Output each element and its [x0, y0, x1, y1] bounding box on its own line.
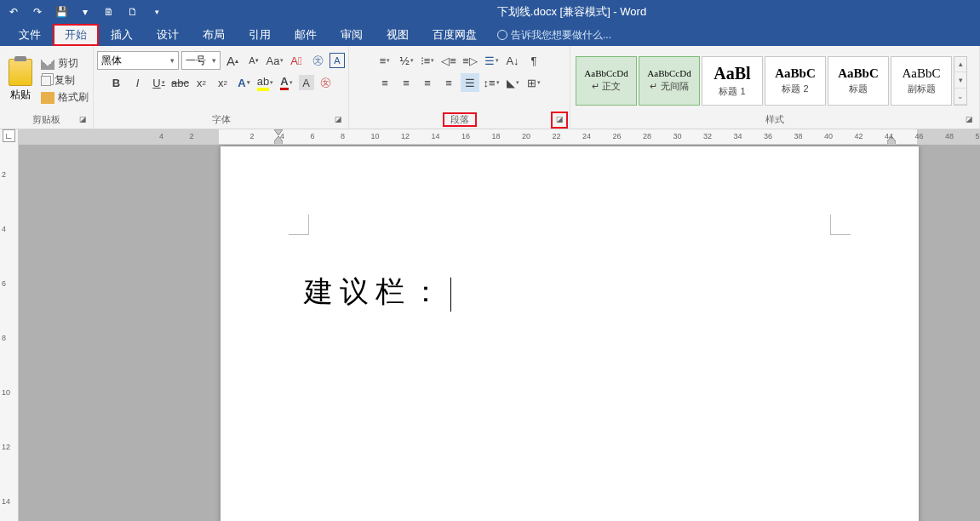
title-bar: ↶ ↷ 💾 ▾ 🗎 🗋 ▾ 下划线.docx [兼容模式] - Word	[0, 0, 980, 24]
tab-mail[interactable]: 邮件	[283, 24, 329, 46]
strike-button[interactable]: abc	[171, 73, 190, 92]
distribute-button[interactable]: ☰	[461, 73, 479, 92]
tab-layout[interactable]: 布局	[191, 24, 237, 46]
horizontal-ruler[interactable]: 4224681012141618202224262830323436384042…	[19, 129, 980, 145]
tab-baidu[interactable]: 百度网盘	[421, 24, 489, 46]
clipboard-group-label: 剪贴板 ◪	[3, 113, 89, 129]
clear-format-button[interactable]: A⃠	[287, 51, 306, 70]
tab-selector[interactable]: ∟	[3, 129, 15, 142]
print-preview-button[interactable]: 🗎	[99, 2, 119, 22]
tab-file[interactable]: 文件	[7, 24, 53, 46]
numbering-button[interactable]: ⅟₂▾	[397, 51, 415, 70]
tell-me-placeholder: 告诉我您想要做什么...	[511, 28, 611, 43]
margin-mark-tr	[830, 215, 851, 235]
shading-button[interactable]: ◣▾	[503, 73, 522, 92]
new-doc-button[interactable]: 🗋	[123, 2, 143, 22]
redo-button[interactable]: ↷	[27, 2, 48, 22]
document-text[interactable]: 建议栏：	[304, 272, 451, 312]
style-tile-3[interactable]: AaBbC标题 2	[765, 56, 826, 106]
document-scroll-area[interactable]: 建议栏：	[19, 145, 980, 521]
tab-view[interactable]: 视图	[375, 24, 421, 46]
grow-font-button[interactable]: A▴	[223, 51, 242, 70]
font-launcher[interactable]: ◪	[333, 115, 343, 125]
char-border-button[interactable]: A	[330, 53, 345, 68]
group-clipboard: 粘贴 剪切 复制 格式刷 剪贴板 ◪	[0, 46, 94, 129]
save-dropdown[interactable]: ▾	[75, 2, 95, 22]
paragraph-group-label: 段落 ◪	[352, 113, 566, 129]
change-case-button[interactable]: Aa▾	[266, 51, 284, 70]
asian-layout-button[interactable]: ☰▾	[482, 51, 501, 70]
style-tile-1[interactable]: AaBbCcDd↵ 无间隔	[639, 56, 700, 106]
save-button[interactable]: 💾	[51, 2, 72, 22]
text-cursor	[450, 278, 451, 312]
decrease-indent-button[interactable]: ◁≡	[439, 51, 458, 70]
cut-icon	[41, 58, 54, 70]
underline-button[interactable]: U▾	[150, 73, 169, 92]
tab-home[interactable]: 开始	[53, 24, 99, 46]
sort-button[interactable]: A↓	[503, 51, 522, 70]
group-styles: AaBbCcDd↵ 正文AaBbCcDd↵ 无间隔AaBl标题 1AaBbC标题…	[570, 46, 980, 129]
tab-review[interactable]: 审阅	[329, 24, 375, 46]
style-tile-2[interactable]: AaBl标题 1	[702, 56, 763, 106]
highlight-button[interactable]: ab▾	[256, 73, 275, 92]
bullets-button[interactable]: ≡▾	[375, 51, 394, 70]
styles-launcher[interactable]: ◪	[964, 115, 974, 125]
bulb-icon	[497, 30, 507, 40]
clipboard-launcher[interactable]: ◪	[77, 115, 88, 125]
phonetic-guide-button[interactable]: ㉆	[308, 51, 327, 70]
italic-button[interactable]: I	[129, 73, 147, 92]
window-title: 下划线.docx [兼容模式] - Word	[167, 4, 977, 20]
copy-button[interactable]: 复制	[41, 73, 89, 88]
enclose-char-button[interactable]: ㊛	[317, 73, 335, 92]
undo-button[interactable]: ↶	[3, 2, 24, 22]
paragraph-launcher[interactable]: ◪	[554, 115, 565, 125]
tab-references[interactable]: 引用	[237, 24, 283, 46]
tab-design[interactable]: 设计	[145, 24, 191, 46]
font-size-combo[interactable]: 一号▾	[181, 51, 221, 70]
subscript-button[interactable]: x2	[192, 73, 211, 92]
line-spacing-button[interactable]: ↕≡▾	[482, 73, 501, 92]
styles-group-label: 样式 ◪	[574, 113, 976, 129]
margin-mark-tl	[289, 215, 309, 235]
multilevel-button[interactable]: ⁝≡▾	[418, 51, 437, 70]
copy-icon	[41, 76, 51, 86]
style-tile-0[interactable]: AaBbCcDd↵ 正文	[576, 56, 637, 106]
brush-icon	[41, 92, 54, 104]
paste-button[interactable]: 粘贴	[3, 59, 37, 102]
styles-up[interactable]: ▴	[954, 57, 966, 73]
format-painter-button[interactable]: 格式刷	[41, 90, 89, 105]
font-name-combo[interactable]: 黑体▾	[97, 51, 179, 70]
style-tile-5[interactable]: AaBbC副标题	[891, 56, 952, 106]
shrink-font-button[interactable]: A▾	[244, 51, 263, 70]
paste-label: 粘贴	[10, 88, 31, 102]
increase-indent-button[interactable]: ≡▷	[461, 51, 479, 70]
workspace: ∟ 2468101214 422468101214161820222426283…	[0, 129, 980, 521]
ribbon-tabs: 文件 开始 插入 设计 布局 引用 邮件 审阅 视图 百度网盘 告诉我您想要做什…	[0, 24, 980, 46]
superscript-button[interactable]: x2	[214, 73, 232, 92]
document-page[interactable]: 建议栏：	[221, 146, 919, 521]
align-center-button[interactable]: ≡	[397, 73, 415, 92]
styles-more[interactable]: ⌄	[954, 89, 966, 105]
ribbon: 粘贴 剪切 复制 格式刷 剪贴板 ◪ 黑体▾ 一号▾ A▴ A▾ Aa▾ A⃠ …	[0, 46, 980, 129]
group-paragraph: ≡▾ ⅟₂▾ ⁝≡▾ ◁≡ ≡▷ ☰▾ A↓ ¶ ≡ ≡ ≡ ≡ ☰ ↕≡▾ ◣…	[349, 46, 570, 129]
align-left-button[interactable]: ≡	[375, 73, 394, 92]
justify-button[interactable]: ≡	[439, 73, 458, 92]
show-marks-button[interactable]: ¶	[524, 51, 543, 70]
align-right-button[interactable]: ≡	[418, 73, 437, 92]
char-shading-button[interactable]: A	[299, 75, 314, 90]
quick-access-toolbar: ↶ ↷ 💾 ▾ 🗎 🗋 ▾	[3, 2, 167, 22]
qat-more-button[interactable]: ▾	[146, 2, 167, 22]
tell-me-search[interactable]: 告诉我您想要做什么...	[497, 24, 611, 46]
font-color-button[interactable]: A▾	[278, 73, 296, 92]
style-tile-4[interactable]: AaBbC标题	[828, 56, 889, 106]
group-font: 黑体▾ 一号▾ A▴ A▾ Aa▾ A⃠ ㉆ A B I U▾ abc x2 x…	[94, 46, 349, 129]
bold-button[interactable]: B	[107, 73, 126, 92]
text-effects-button[interactable]: A▾	[235, 73, 254, 92]
tab-insert[interactable]: 插入	[99, 24, 145, 46]
cut-button[interactable]: 剪切	[41, 56, 89, 71]
vertical-ruler[interactable]: ∟ 2468101214	[0, 129, 19, 521]
font-group-label: 字体 ◪	[97, 113, 345, 129]
borders-button[interactable]: ⊞▾	[524, 73, 543, 92]
styles-scroll[interactable]: ▴▾⌄	[954, 56, 967, 106]
styles-down[interactable]: ▾	[954, 72, 966, 89]
